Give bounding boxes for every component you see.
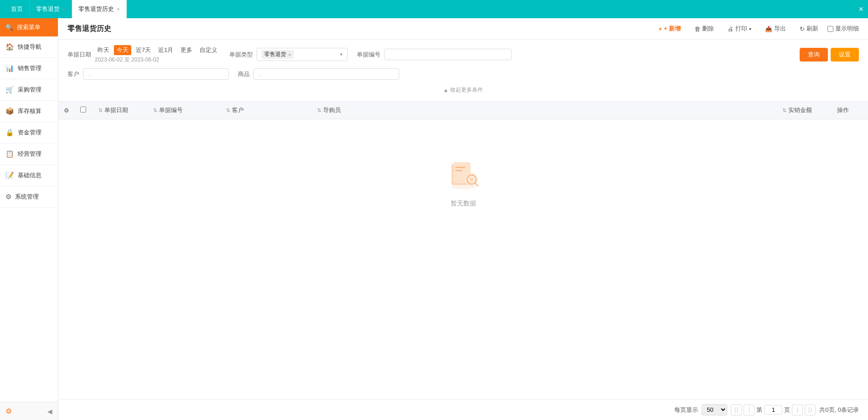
number-filter: 单据编号 — [357, 49, 512, 60]
goods-select[interactable]: ... — [253, 68, 399, 80]
sidebar-item-sales-mgmt[interactable]: 📊 销售管理 — [0, 58, 58, 79]
first-page-button[interactable]: ⟨⟨ — [731, 405, 742, 415]
date-shortcuts: 昨天 今天 近7天 近1月 更多 自定义 — [95, 45, 220, 55]
col-settings[interactable]: ⚙ — [58, 102, 75, 119]
col-customer-header[interactable]: ⇅ 客户 — [221, 102, 312, 119]
page-title: 零售退货历史 — [67, 24, 111, 34]
table-wrapper: ⚙ ⇅ 单据日期 ⇅ 单据编号 — [58, 102, 868, 399]
sidebar-item-purchase-mgmt[interactable]: 🛒 采购管理 — [0, 79, 58, 101]
collapse-row: ▲ 收起更多条件 — [67, 84, 859, 96]
svg-rect-3 — [455, 167, 465, 168]
shortcut-today[interactable]: 今天 — [114, 45, 131, 55]
page-label-text: 第 — [756, 406, 762, 414]
sidebar-item-quick-nav-label: 快捷导航 — [18, 43, 41, 51]
export-button[interactable]: 📤 导出 — [760, 23, 791, 35]
number-input[interactable] — [384, 49, 512, 60]
table-head: ⚙ ⇅ 单据日期 ⇅ 单据编号 — [58, 102, 868, 119]
col-amount-label: 实销金额 — [788, 107, 812, 113]
per-page-label: 每页显示 — [674, 406, 698, 414]
type-select[interactable]: 零售退货 × ▾ — [257, 48, 348, 61]
sort-icon-amount: ⇅ — [782, 108, 786, 113]
per-page-select[interactable]: 10 20 50 100 — [702, 404, 727, 415]
total-info: 共0页, 0条记录 — [819, 406, 859, 414]
customer-filter: 客户 ... — [67, 68, 229, 80]
sidebar-item-basic-info[interactable]: 📝 基础信息 — [0, 165, 58, 186]
col-action-label: 操作 — [837, 107, 849, 113]
svg-point-8 — [470, 178, 473, 181]
collapse-button[interactable]: ▲ 收起更多条件 — [438, 84, 489, 96]
clipboard-icon: 📋 — [5, 150, 14, 158]
sidebar-item-inventory[interactable]: 📦 库存核算 — [0, 101, 58, 122]
sidebar-item-inventory-label: 库存核算 — [18, 107, 41, 115]
new-button[interactable]: + + 新增 — [654, 23, 685, 35]
refresh-button[interactable]: ↻ 刷新 — [795, 23, 823, 35]
filter-row-1: 单据日期 昨天 今天 近7天 近1月 更多 自定义 2023-06-02 至 2… — [67, 45, 859, 64]
col-amount-header[interactable]: ⇅ 实销金额 — [777, 102, 832, 119]
sidebar-item-sales-mgmt-label: 销售管理 — [18, 64, 41, 72]
col-num-header[interactable]: ⇅ 单据编号 — [148, 102, 221, 119]
settings-icon[interactable]: ⚙ — [5, 407, 12, 415]
col-action-header: 操作 — [832, 102, 868, 119]
next-page-button[interactable]: ⟩ — [792, 405, 803, 415]
refresh-icon: ↻ — [800, 26, 805, 32]
sidebar-item-system-mgmt[interactable]: ⚙ 系统管理 — [0, 186, 58, 208]
lock-icon: 🔒 — [5, 128, 14, 137]
empty-icon — [445, 156, 482, 192]
filter-row-2: 客户 ... 商品 ... — [67, 68, 859, 80]
sidebar-item-finance-label: 资金管理 — [18, 128, 41, 137]
page-nav: ⟨⟨ ⟨ 第 页 ⟩ ⟩⟩ — [731, 405, 816, 415]
sidebar-item-system-mgmt-label: 系统管理 — [15, 193, 39, 201]
home-icon: 🏠 — [5, 43, 14, 51]
empty-state: 暂无数据 — [58, 119, 868, 244]
chart-icon: 📊 — [5, 64, 14, 72]
delete-button[interactable]: 🗑 删除 — [690, 23, 719, 35]
shortcut-custom[interactable]: 自定义 — [197, 45, 220, 55]
sidebar-item-finance[interactable]: 🔒 资金管理 — [0, 122, 58, 143]
shortcut-7days[interactable]: 近7天 — [133, 45, 154, 55]
tab-list: 首页 零售退货 × 零售退货历史 × — [5, 0, 858, 18]
sort-icon-guide: ⇅ — [317, 108, 321, 113]
col-date-header[interactable]: ⇅ 单据日期 — [93, 102, 148, 119]
show-detail-text: 显示明细 — [835, 25, 859, 33]
delete-icon: 🗑 — [694, 26, 700, 32]
tab-retail-return-close[interactable]: × — [62, 6, 65, 12]
collapse-sidebar-icon[interactable]: ◀ — [47, 408, 52, 415]
tab-home[interactable]: 首页 — [5, 0, 30, 18]
tab-retail-return[interactable]: 零售退货 × — [30, 0, 72, 18]
col-check[interactable] — [75, 102, 93, 119]
filter-area: 单据日期 昨天 今天 近7天 近1月 更多 自定义 2023-06-02 至 2… — [58, 40, 868, 102]
shortcut-yesterday[interactable]: 昨天 — [95, 45, 112, 55]
sidebar-item-operations[interactable]: 📋 经营管理 — [0, 143, 58, 165]
print-icon: 🖨 — [728, 26, 734, 32]
page-input[interactable] — [764, 405, 782, 415]
customer-select[interactable]: ... — [83, 68, 229, 80]
export-label: 导出 — [774, 25, 786, 33]
tab-retail-return-history[interactable]: 零售退货历史 × — [72, 0, 126, 18]
goods-filter: 商品 ... — [238, 68, 399, 80]
tab-retail-return-history-close[interactable]: × — [117, 6, 119, 12]
query-buttons: 查询 设置 — [800, 48, 859, 61]
type-filter-label: 单据类型 — [229, 51, 253, 59]
tab-home-label: 首页 — [11, 5, 23, 13]
refresh-label: 刷新 — [806, 25, 818, 33]
query-button[interactable]: 查询 — [800, 48, 828, 61]
select-all-checkbox[interactable] — [80, 107, 86, 113]
show-detail-checkbox[interactable] — [827, 26, 833, 32]
sidebar-search-bar[interactable]: 🔍 搜索菜单 — [0, 18, 58, 36]
sidebar-item-quick-nav[interactable]: 🏠 快捷导航 — [0, 36, 58, 58]
col-guide-header[interactable]: ⇅ 导购员 — [312, 102, 380, 119]
sidebar-item-operations-label: 经营管理 — [18, 150, 41, 158]
settings-button[interactable]: 设置 — [831, 48, 859, 61]
data-table: ⚙ ⇅ 单据日期 ⇅ 单据编号 — [58, 102, 868, 244]
collapse-up-icon: ▲ — [443, 87, 449, 93]
print-button[interactable]: 🖨 打印 ▾ — [723, 23, 756, 35]
settings-col-icon[interactable]: ⚙ — [64, 107, 69, 114]
shortcut-1month[interactable]: 近1月 — [155, 45, 176, 55]
last-page-button[interactable]: ⟩⟩ — [805, 405, 816, 415]
window-close-button[interactable]: × — [858, 5, 863, 14]
tab-retail-return-history-label: 零售退货历史 — [78, 5, 114, 13]
type-tag-close[interactable]: × — [288, 52, 291, 57]
pagination-bar: 每页显示 10 20 50 100 ⟨⟨ ⟨ 第 页 ⟩ ⟩⟩ 共0页, 0条记… — [58, 399, 868, 420]
prev-page-button[interactable]: ⟨ — [744, 405, 755, 415]
shortcut-more[interactable]: 更多 — [178, 45, 195, 55]
